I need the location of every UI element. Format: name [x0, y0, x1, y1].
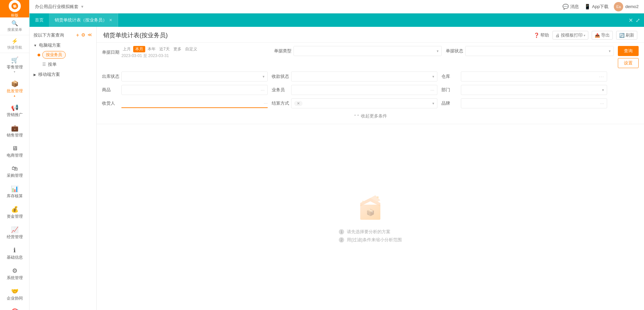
add-scheme-icon[interactable]: +: [76, 32, 79, 38]
filter-goods-cell: 商品 ···: [102, 85, 268, 95]
filter-warehouse-cell: 仓库 ···: [441, 71, 607, 82]
date-tab-7days[interactable]: 近7天: [158, 46, 171, 52]
brand-label: 品牌: [441, 100, 459, 106]
tree-sub-label: 按单: [48, 61, 57, 67]
refresh-icon: 🔄: [619, 33, 625, 38]
sidebar-item-marketing[interactable]: 📢 营销推广: [0, 101, 29, 121]
app-download-item[interactable]: 📱 App下载: [584, 4, 608, 10]
export-action[interactable]: 📤 导出: [592, 31, 613, 40]
sidebar-item-ecommerce[interactable]: 🖥 电商管理: [0, 142, 29, 162]
sidebar-item-finance[interactable]: 💰 资金管理: [0, 202, 29, 223]
date-tab-custom[interactable]: 自定义: [184, 46, 199, 52]
print-dropdown-icon: ▾: [584, 34, 585, 37]
settings-scheme-icon[interactable]: ⚙: [81, 32, 86, 38]
date-tab-this-year[interactable]: 本年: [146, 46, 157, 52]
status-selector[interactable]: ▾: [465, 46, 614, 56]
sidebar-item-sales[interactable]: 💼 销售管理: [0, 121, 29, 142]
empty-box-icon: 📦: [354, 191, 387, 225]
status-dropdown-icon: ▾: [609, 49, 611, 53]
message-item[interactable]: 💬 消息: [562, 4, 579, 10]
out-selector[interactable]: ▾: [121, 71, 268, 82]
status-label: 单据状态: [446, 48, 463, 54]
payment-label: 结算方式: [272, 100, 289, 106]
date-tab-more[interactable]: 更多: [172, 46, 183, 52]
app-logo[interactable]: 畅 标版: [0, 0, 30, 17]
sidebar-item-purchase[interactable]: 🛍 采购管理: [0, 162, 29, 182]
date-tab-last-month[interactable]: 上月: [121, 46, 132, 52]
tree-active-item[interactable]: 按业务员: [35, 50, 96, 60]
tab-home[interactable]: 首页: [30, 13, 49, 27]
type-selector[interactable]: ▾: [293, 46, 442, 56]
collapse-bar[interactable]: ⌃⌃ 收起更多条件: [102, 112, 639, 120]
page-title-bar: 销货单统计表(按业务员) ❓ 帮助 🖨 按模板打印 ▾ 📤 导出: [97, 27, 644, 43]
query-button[interactable]: 查询: [618, 46, 639, 56]
salesman-dots-icon: ···: [430, 87, 434, 93]
wholesale-icon: 📦: [11, 80, 18, 88]
type-dropdown-icon: ▾: [437, 49, 439, 53]
tip-1-num: 1: [339, 229, 344, 235]
logo-text: 标版: [11, 13, 18, 17]
sidebar-item-inventory[interactable]: 📊 库存核算: [0, 182, 29, 202]
avatar-text: Ea: [616, 5, 621, 9]
empty-tip-1: 1 请先选择要分析的方案: [339, 229, 401, 235]
system-icon: ⚙: [12, 267, 17, 274]
sidebar-search-item[interactable]: 🔍 搜索菜单: [0, 17, 29, 35]
payment-tag-x[interactable]: ✕: [297, 101, 300, 106]
dropdown-icon[interactable]: ▾: [81, 4, 84, 9]
tree-sub-item[interactable]: ☰ 按单: [35, 60, 96, 69]
app-download-label: App下载: [592, 4, 608, 10]
tree-pc-section[interactable]: ▼ 电脑端方案: [30, 41, 96, 50]
help-action[interactable]: ❓ 帮助: [534, 32, 549, 38]
tree-mobile-section[interactable]: ▶ 移动端方案: [30, 70, 96, 79]
brand-dots-icon: ···: [600, 101, 604, 106]
salesman-label: 业务员: [272, 87, 289, 93]
date-label: 单据日期: [102, 49, 119, 55]
sidebar-item-basic[interactable]: ℹ 基础信息: [0, 243, 29, 264]
sidebar-item-enterprise[interactable]: 🤝 企业协同: [0, 284, 29, 305]
tab-close-icon[interactable]: ✕: [109, 18, 112, 22]
dept-selector[interactable]: ▾: [461, 85, 607, 95]
tab-window-close-icon[interactable]: ✕: [629, 17, 633, 23]
tab-bar: 首页 销货单统计表（按业务员） ✕ ✕ ⤢: [30, 13, 644, 27]
collapse-panel-icon[interactable]: ≪: [88, 32, 92, 38]
search-label: 搜索菜单: [7, 27, 22, 32]
basic-icon: ℹ: [13, 247, 16, 254]
salesman-selector[interactable]: ···: [291, 85, 437, 95]
settings-button[interactable]: 设置: [618, 58, 639, 68]
sidebar-item-system[interactable]: ⚙ 系统管理: [0, 264, 29, 284]
sidebar-item-operation[interactable]: 📈 经营管理: [0, 223, 29, 243]
print-icon: 🖨: [555, 33, 560, 38]
date-tab-this-month[interactable]: 本月: [133, 46, 145, 52]
tab-expand-icon[interactable]: ⤢: [636, 17, 640, 23]
sidebar-item-label: 基础信息: [7, 255, 23, 260]
pay-selector[interactable]: ▾: [291, 71, 437, 82]
receiver-label: 收货人: [102, 100, 119, 106]
user-name: demo2: [625, 4, 639, 9]
tree-pc-label: 电脑端方案: [39, 42, 61, 48]
sidebar-item-label: 经营管理: [7, 234, 23, 240]
goods-label: 商品: [102, 87, 119, 93]
app-title: 办公用品行业模拟账套: [35, 4, 78, 10]
brand-selector[interactable]: ···: [461, 98, 607, 108]
sidebar-item-newbie[interactable]: 🎯 新手引导: [0, 305, 29, 310]
goods-selector[interactable]: ···: [121, 85, 268, 95]
marketing-icon: 📢: [11, 104, 18, 111]
sidebar-item-retail[interactable]: 🛒 零售管理 ▾: [0, 53, 29, 77]
chevron-up-icon: ▴: [14, 94, 15, 97]
warehouse-selector[interactable]: ···: [461, 71, 607, 82]
refresh-action[interactable]: 🔄 刷新: [616, 31, 637, 40]
payment-selector[interactable]: ✕ ▾: [291, 98, 437, 108]
quick-nav-item[interactable]: ⚡ 快捷导航: [0, 35, 29, 53]
print-action[interactable]: 🖨 按模板打印 ▾: [552, 31, 588, 40]
inventory-icon: 📊: [11, 185, 18, 193]
filter-out-cell: 出库状态 ▾: [102, 71, 268, 82]
user-profile[interactable]: Ea demo2: [614, 2, 639, 11]
receiver-input[interactable]: ···: [121, 99, 268, 108]
message-icon: 💬: [562, 4, 569, 10]
tab-sales-stat[interactable]: 销货单统计表（按业务员） ✕: [49, 13, 118, 27]
pay-dropdown-icon: ▾: [432, 74, 434, 79]
empty-tips: 1 请先选择要分析的方案 2 用[过滤]条件来缩小分析范围: [339, 229, 401, 243]
date-tabs: 上月 本月 本年 近7天 更多 自定义: [121, 46, 270, 52]
operation-icon: 📈: [11, 226, 18, 234]
sidebar-item-wholesale[interactable]: 📦 批发管理 ▴: [0, 77, 29, 101]
